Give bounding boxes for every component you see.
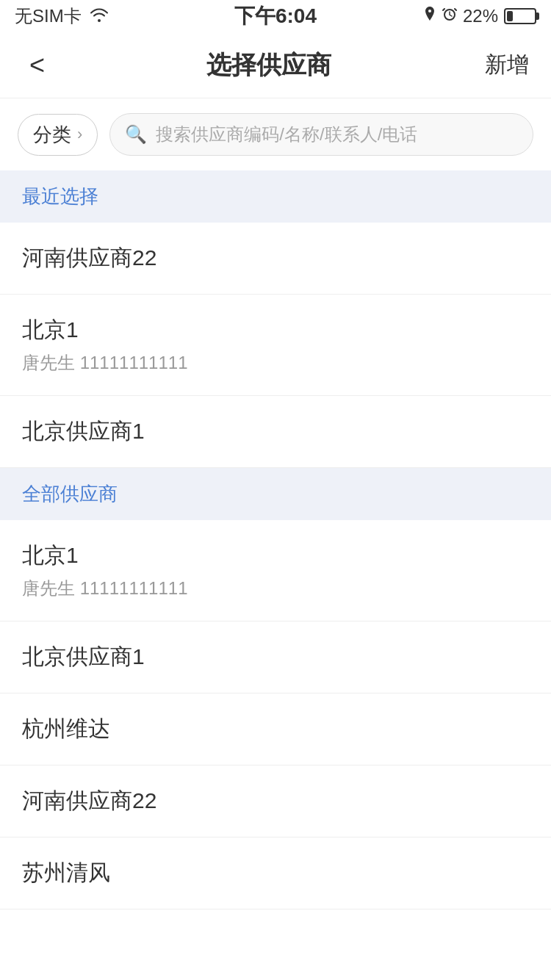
- item-name: 苏州清风: [22, 858, 529, 888]
- battery-icon: [504, 8, 536, 24]
- item-sub: 唐先生 11111111111: [22, 577, 529, 600]
- status-left: 无SIM卡: [15, 4, 109, 28]
- carrier-label: 无SIM卡: [15, 4, 82, 28]
- item-name: 河南供应商22: [22, 243, 529, 273]
- item-name: 北京1: [22, 315, 529, 345]
- list-item[interactable]: 河南供应商22: [0, 223, 551, 295]
- page-title: 选择供应商: [206, 48, 331, 82]
- status-bar: 无SIM卡 下午6:04 22%: [0, 0, 551, 32]
- wifi-icon: [89, 6, 109, 26]
- add-button[interactable]: 新增: [485, 50, 529, 80]
- list-item[interactable]: 北京供应商1: [0, 396, 551, 468]
- search-box[interactable]: 🔍 搜索供应商编码/名称/联系人/电话: [109, 113, 533, 156]
- status-right: 22%: [423, 6, 536, 26]
- search-placeholder: 搜索供应商编码/名称/联系人/电话: [156, 123, 417, 146]
- item-name: 河南供应商22: [22, 786, 529, 816]
- search-icon: 🔍: [125, 124, 147, 145]
- list-item[interactable]: 河南供应商22: [0, 765, 551, 837]
- recent-section-label: 最近选择: [22, 185, 98, 207]
- back-button[interactable]: <: [22, 43, 52, 88]
- category-button[interactable]: 分类 ›: [18, 114, 98, 156]
- recent-section-header: 最近选择: [0, 170, 551, 223]
- battery-percentage: 22%: [463, 6, 498, 26]
- item-sub: 唐先生 11111111111: [22, 351, 529, 375]
- recent-items-list: 河南供应商22 北京1 唐先生 11111111111 北京供应商1: [0, 223, 551, 468]
- item-name: 北京1: [22, 541, 529, 571]
- all-items-list: 北京1 唐先生 11111111111 北京供应商1 杭州维达 河南供应商22 …: [0, 520, 551, 909]
- alarm-icon: [442, 6, 457, 26]
- all-section-header: 全部供应商: [0, 468, 551, 520]
- list-item[interactable]: 苏州清风: [0, 837, 551, 909]
- filter-bar: 分类 › 🔍 搜索供应商编码/名称/联系人/电话: [0, 98, 551, 170]
- category-label: 分类: [33, 122, 71, 148]
- list-item[interactable]: 杭州维达: [0, 693, 551, 765]
- list-item[interactable]: 北京1 唐先生 11111111111: [0, 295, 551, 396]
- list-item[interactable]: 北京供应商1: [0, 621, 551, 693]
- location-icon: [423, 6, 436, 26]
- item-name: 杭州维达: [22, 714, 529, 744]
- nav-bar: < 选择供应商 新增: [0, 32, 551, 98]
- item-name: 北京供应商1: [22, 642, 529, 672]
- status-time: 下午6:04: [234, 2, 317, 30]
- chevron-right-icon: ›: [77, 125, 82, 144]
- all-section-label: 全部供应商: [22, 483, 118, 505]
- list-item[interactable]: 北京1 唐先生 11111111111: [0, 520, 551, 621]
- item-name: 北京供应商1: [22, 417, 529, 447]
